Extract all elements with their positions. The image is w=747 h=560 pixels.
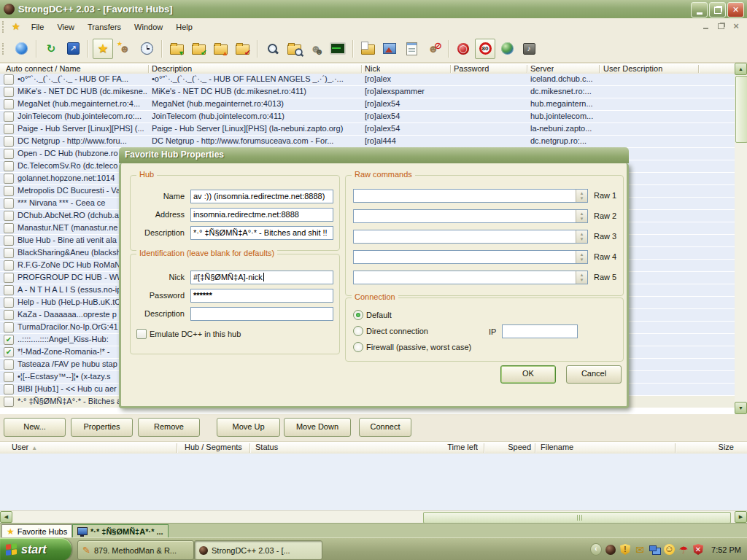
- nick-field[interactable]: #[‡Ñ§ØMÑ‡A]-nick: [190, 271, 333, 284]
- dialog-title[interactable]: Favorite Hub Properties: [119, 147, 629, 163]
- hub-row[interactable]: •o°″`·._(`·._(`·._ - HUB OF FA...•o°″`·.…: [0, 74, 735, 85]
- autoconnect-checkbox[interactable]: [4, 310, 14, 320]
- spinner-icon[interactable]: ▲▼: [576, 210, 587, 222]
- horizontal-scrollbar[interactable]: ◀ ▶: [0, 510, 747, 524]
- spinner-icon[interactable]: ▲▼: [576, 230, 587, 243]
- speed-limiter-icon[interactable]: 80: [475, 39, 495, 59]
- restore-button[interactable]: [709, 2, 726, 18]
- tab-favorite-hubs[interactable]: ★ Favorite Hubs: [1, 524, 72, 538]
- hub-row[interactable]: Paige - Hub Server [Linux][PHS] (...Paig…: [0, 123, 735, 135]
- cancel-button[interactable]: Cancel: [566, 365, 622, 384]
- shutdown-icon[interactable]: ◯: [453, 39, 473, 59]
- collapse-chevron-icon[interactable]: ‹: [590, 544, 602, 556]
- remove-button[interactable]: Remove: [138, 418, 200, 437]
- scroll-up-icon[interactable]: ▲: [735, 63, 747, 75]
- autoconnect-checkbox[interactable]: ✔: [4, 335, 14, 345]
- favorite-users-icon[interactable]: ☻★: [115, 39, 135, 59]
- column-header[interactable]: Hub / Segments: [185, 443, 250, 451]
- ok-button[interactable]: OK: [500, 365, 556, 384]
- mail-notification-icon[interactable]: ✉: [634, 544, 646, 556]
- avira-antivir-icon[interactable]: ☂: [678, 544, 689, 556]
- column-header[interactable]: User▲: [12, 443, 172, 451]
- radio-default[interactable]: [353, 310, 363, 320]
- move-up-button[interactable]: Move Up: [217, 418, 280, 437]
- autoconnect-checkbox[interactable]: [4, 248, 14, 258]
- mdi-restore-button[interactable]: [716, 21, 726, 31]
- minimize-button[interactable]: [691, 2, 708, 18]
- hub-row[interactable]: JoinTelecom (hub.jointelecom.ro:...JoinT…: [0, 111, 735, 122]
- column-header[interactable]: Server: [530, 64, 554, 73]
- scroll-left-icon[interactable]: ◀: [0, 511, 12, 523]
- autoconnect-checkbox[interactable]: [4, 298, 14, 308]
- raw-1-field[interactable]: ▲▼: [353, 189, 588, 203]
- hub-row[interactable]: DC Netgrup - http://www.foru...DC Netgru…: [0, 136, 735, 147]
- properties-button[interactable]: Properties: [71, 418, 133, 437]
- autoconnect-checkbox[interactable]: [4, 384, 14, 394]
- start-button[interactable]: start: [0, 538, 71, 560]
- network-statistics-icon[interactable]: [328, 39, 348, 59]
- autoconnect-checkbox[interactable]: [4, 285, 14, 295]
- taskbar-task-strongdc[interactable]: StrongDC++ 2.03 - [...: [194, 540, 322, 560]
- hub-row[interactable]: MegaNet (hub.megainternet.ro:4...MegaNet…: [0, 98, 735, 110]
- search-spy-icon[interactable]: ☻☻: [306, 39, 326, 59]
- autoconnect-checkbox[interactable]: [4, 149, 14, 159]
- radio-firewall[interactable]: [353, 342, 363, 352]
- spinner-icon[interactable]: ▲▼: [576, 251, 587, 263]
- autoconnect-checkbox[interactable]: [4, 198, 14, 209]
- autoconnect-checkbox[interactable]: [4, 99, 14, 109]
- reconnect-icon[interactable]: ↻: [41, 39, 61, 59]
- autoconnect-checkbox[interactable]: [4, 211, 14, 221]
- menu-window[interactable]: Window: [128, 20, 169, 34]
- radio-direct[interactable]: [353, 326, 363, 336]
- hub-list-vertical-scrollbar[interactable]: ▲ ▼: [735, 63, 747, 414]
- autoconnect-checkbox[interactable]: ✔: [4, 347, 14, 357]
- strongdc-tray-icon[interactable]: [605, 544, 616, 556]
- ip-field[interactable]: [502, 324, 578, 338]
- search-icon[interactable]: [262, 39, 282, 59]
- network-connections-icon[interactable]: [649, 544, 660, 556]
- autoconnect-checkbox[interactable]: [4, 186, 14, 196]
- sound-notifications-icon[interactable]: ♪: [519, 39, 539, 59]
- security-warning-shield-icon[interactable]: !: [619, 544, 631, 556]
- autoconnect-checkbox[interactable]: [4, 372, 14, 382]
- scroll-right-icon[interactable]: ▶: [735, 511, 747, 523]
- check-update-icon[interactable]: [497, 39, 517, 59]
- waiting-users-icon[interactable]: ▲: [210, 39, 231, 59]
- toolbar-grip[interactable]: [2, 43, 6, 55]
- autoconnect-checkbox[interactable]: [4, 161, 14, 171]
- raw-2-field[interactable]: ▲▼: [353, 209, 588, 223]
- autoconnect-checkbox[interactable]: [4, 136, 14, 147]
- spinner-icon[interactable]: ▲▼: [576, 271, 587, 284]
- column-header[interactable]: Nick: [365, 64, 380, 73]
- column-header[interactable]: Password: [454, 64, 489, 73]
- raw-5-field[interactable]: ▲▼: [353, 271, 588, 284]
- autoconnect-checkbox[interactable]: [4, 322, 14, 332]
- public-hubs-icon[interactable]: [11, 39, 31, 59]
- password-field[interactable]: ******: [190, 289, 333, 303]
- hub-name-field[interactable]: av :)) (insomnia.redirectme.net:8888): [190, 190, 333, 203]
- autoconnect-checkbox[interactable]: [4, 174, 14, 184]
- column-header[interactable]: Description: [152, 64, 192, 73]
- column-header[interactable]: User Description: [603, 64, 662, 73]
- connect-button[interactable]: Connect: [359, 418, 411, 437]
- menu-transfers[interactable]: Transfers: [81, 20, 128, 34]
- menubar-grip[interactable]: [2, 21, 6, 33]
- mdi-minimize-button[interactable]: [700, 21, 711, 31]
- horizontal-scroll-thumb[interactable]: [423, 512, 731, 524]
- hub-row[interactable]: MiKe's - NET DC HUB (dc.mikesne...MiKe's…: [0, 86, 735, 98]
- close-button[interactable]: ✕: [727, 2, 744, 18]
- autoconnect-checkbox[interactable]: [4, 87, 14, 97]
- favorite-hubs-icon[interactable]: ★: [93, 39, 113, 59]
- autoconnect-checkbox[interactable]: [4, 397, 14, 407]
- autoconnect-checkbox[interactable]: [4, 112, 14, 122]
- download-queue-icon[interactable]: ▼: [166, 39, 187, 59]
- column-header[interactable]: Time left: [438, 443, 478, 451]
- menu-file[interactable]: File: [25, 20, 51, 34]
- menu-help[interactable]: Help: [169, 20, 199, 34]
- column-header[interactable]: Speed: [496, 443, 531, 451]
- scroll-down-icon[interactable]: ▼: [735, 402, 747, 414]
- security-alert-shield-icon[interactable]: ✕: [692, 544, 704, 556]
- spinner-icon[interactable]: ▲▼: [576, 190, 587, 202]
- settings-icon[interactable]: [379, 39, 400, 59]
- autoconnect-checkbox[interactable]: [4, 223, 14, 233]
